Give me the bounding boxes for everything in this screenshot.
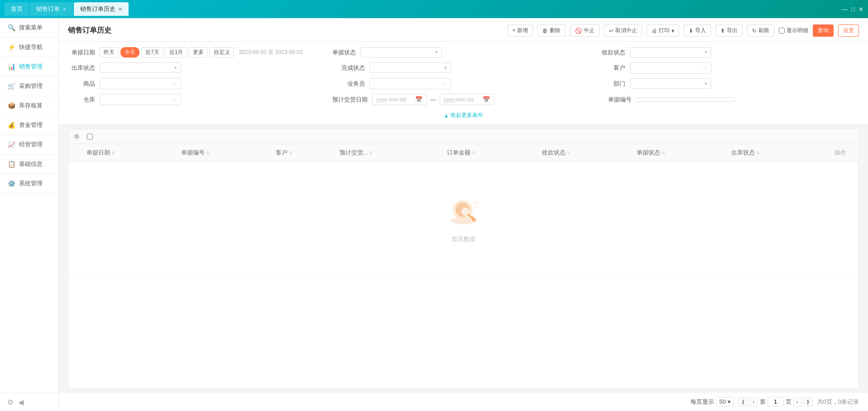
filter-row-date: 单据日期 昨天 今天 近7天 近1月 更多 自定义 2023-06-02 至 2… xyxy=(68,47,859,58)
delivery-date-start[interactable]: yyyy-mm-dd 📅 xyxy=(372,94,427,105)
th-delivery-date-sort-icon[interactable]: ⇅ xyxy=(369,150,373,155)
print-button[interactable]: 🖨 打印 ▾ xyxy=(647,24,679,37)
main-content: 销售订单历史 + 新增 🗑 删除 🚫 中止 ↩ 取消中止 🖨 打印 xyxy=(59,18,868,411)
salesman-dots-icon[interactable]: ··· xyxy=(442,80,447,87)
th-amount-sort-icon[interactable]: ⇅ xyxy=(472,150,475,155)
collapse-arrow-icon: ▲ xyxy=(444,113,449,118)
sidebar-item-inventory[interactable]: 📦 库存核算 xyxy=(0,96,58,116)
import-button[interactable]: ⬇ 导入 xyxy=(684,24,711,37)
delete-button[interactable]: 🗑 删除 xyxy=(537,24,566,37)
sidebar-item-search-menu[interactable]: 🔍 搜索菜单 xyxy=(0,18,58,38)
collapse-sidebar-icon[interactable]: ◀ xyxy=(18,398,24,406)
table-scroll: 单据日期 ⇅ 单据编号 ⇅ xyxy=(68,144,858,276)
minimize-button[interactable]: — xyxy=(842,6,848,13)
tab-sales-order-close[interactable]: ✕ xyxy=(62,6,67,12)
delivery-date-label: 预计交货日期 xyxy=(331,96,372,104)
th-payment-status[interactable]: 收款状态 ⇅ xyxy=(538,144,633,162)
search-button[interactable]: 查询 xyxy=(813,24,834,37)
page-prev-button[interactable]: ‹ xyxy=(750,397,758,406)
refresh-icon: ↻ xyxy=(752,28,757,34)
th-date-sort-icon[interactable]: ⇅ xyxy=(111,150,115,155)
dept-select[interactable]: ▾ xyxy=(630,78,711,89)
page-unit: 页 xyxy=(786,398,791,406)
warehouse-dots-icon[interactable]: ··· xyxy=(172,96,177,103)
sidebar-item-basic-info-label: 基础信息 xyxy=(19,160,43,168)
out-stock-arrow-icon: ▾ xyxy=(174,65,177,71)
payment-status-select[interactable]: ▾ xyxy=(630,47,711,58)
page-input[interactable] xyxy=(767,397,784,406)
tab-sales-order-history[interactable]: 销售订单历史 ✕ xyxy=(74,2,129,16)
th-amount[interactable]: 订单金额 ⇅ xyxy=(443,144,538,162)
date-btn-7days[interactable]: 近7天 xyxy=(141,47,163,58)
dept-label: 部门 xyxy=(607,80,630,88)
delivery-date-end[interactable]: yyyy-mm-dd 📅 xyxy=(440,94,494,105)
close-button[interactable]: ✕ xyxy=(858,6,863,13)
date-filter-control: 昨天 今天 近7天 近1月 更多 自定义 2023-06-02 至 2023-0… xyxy=(100,47,329,58)
sidebar-item-basic-info[interactable]: 📋 基础信息 xyxy=(0,155,58,174)
purchase-mgmt-icon: 🛒 xyxy=(7,82,15,90)
show-detail-input[interactable] xyxy=(779,28,785,34)
page-size-dropdown[interactable]: 50 ▾ xyxy=(716,397,734,406)
page-first-button[interactable]: ⟪ xyxy=(739,397,748,406)
order-status-arrow-icon: ▾ xyxy=(435,49,438,55)
export-button[interactable]: ⬆ 导出 xyxy=(715,24,743,37)
sidebar-item-operations[interactable]: 📈 经营管理 xyxy=(0,135,58,155)
operations-icon: 📈 xyxy=(7,141,15,148)
date-btn-today[interactable]: 今天 xyxy=(120,47,139,58)
th-delivery-date[interactable]: 预计交货... ⇅ xyxy=(336,144,444,162)
date-btn-1month[interactable]: 近1月 xyxy=(165,47,187,58)
tab-sales-order-history-close[interactable]: ✕ xyxy=(118,6,122,12)
print-label: 打印 xyxy=(659,27,670,34)
date-btn-yesterday[interactable]: 昨天 xyxy=(100,47,119,58)
th-payment-status-sort-icon[interactable]: ⇅ xyxy=(567,150,571,155)
show-detail-checkbox[interactable]: 显示明细 xyxy=(779,27,808,34)
th-no[interactable]: 单据编号 ⇅ xyxy=(177,144,272,162)
maximize-button[interactable]: □ xyxy=(851,6,855,13)
filter-area: 单据日期 昨天 今天 近7天 近1月 更多 自定义 2023-06-02 至 2… xyxy=(59,42,868,125)
complete-status-select[interactable]: ▾ xyxy=(369,63,451,73)
th-out-status[interactable]: 出库状态 ⇅ xyxy=(728,144,822,162)
page-nav: ⟪ ‹ 第 页 › ⟫ xyxy=(739,397,813,406)
tab-sales-order[interactable]: 销售订单 ✕ xyxy=(30,2,73,16)
th-customer[interactable]: 客户 ⇅ xyxy=(272,144,336,162)
out-stock-select[interactable]: ▾ xyxy=(100,63,181,73)
refresh-button[interactable]: ↻ 刷新 xyxy=(747,24,774,37)
goods-dots-icon[interactable]: ··· xyxy=(172,80,177,87)
th-checkbox xyxy=(68,144,83,162)
sidebar-item-quick-nav[interactable]: ⚡ 快捷导航 xyxy=(0,38,58,57)
page-next-button[interactable]: › xyxy=(793,397,801,406)
sidebar-item-sales-mgmt[interactable]: 📊 销售管理 xyxy=(0,57,58,77)
table-settings-icon[interactable]: ⚙ xyxy=(74,133,80,140)
page-last-button[interactable]: ⟫ xyxy=(803,397,813,406)
collapse-bar[interactable]: ▲ 收起更多条件 xyxy=(68,110,859,119)
import-icon: ⬇ xyxy=(689,28,693,34)
select-all-checkbox[interactable] xyxy=(87,134,93,140)
date-btn-more[interactable]: 更多 xyxy=(189,47,208,58)
sidebar-item-finance[interactable]: 💰 资金管理 xyxy=(0,116,58,135)
show-detail-label: 显示明细 xyxy=(786,27,808,34)
customer-dots-icon[interactable]: ··· xyxy=(703,64,708,71)
order-status-select[interactable]: ▾ xyxy=(360,47,442,58)
filter-row-status: 出库状态 ▾ 完成状态 ▾ 客户 xyxy=(68,62,859,73)
table-body: 暂无数据 xyxy=(68,162,858,276)
th-out-status-label: 出库状态 xyxy=(731,149,755,157)
th-order-status[interactable]: 单据状态 ⇅ xyxy=(633,144,728,162)
empty-illustration xyxy=(446,193,482,230)
th-order-status-sort-icon[interactable]: ⇅ xyxy=(662,150,665,155)
th-no-sort-icon[interactable]: ⇅ xyxy=(206,150,210,155)
sidebar-item-system-mgmt[interactable]: ⚙️ 系统管理 xyxy=(0,174,58,193)
search-menu-icon: 🔍 xyxy=(7,24,15,31)
settings-bottom-icon[interactable]: ⚙ xyxy=(7,398,14,406)
tab-bar: 首页 销售订单 ✕ 销售订单历史 ✕ xyxy=(5,2,842,16)
new-button[interactable]: + 新增 xyxy=(508,24,533,37)
th-customer-sort-icon[interactable]: ⇅ xyxy=(289,150,293,155)
th-out-status-sort-icon[interactable]: ⇅ xyxy=(756,150,760,155)
settings-button[interactable]: 设置 xyxy=(838,24,859,37)
sidebar-item-purchase-mgmt[interactable]: 🛒 采购管理 xyxy=(0,77,58,96)
cancel-stop-button[interactable]: ↩ 取消中止 xyxy=(604,24,642,37)
stop-button[interactable]: 🚫 中止 xyxy=(570,24,599,37)
tab-home[interactable]: 首页 xyxy=(5,2,29,16)
svg-line-7 xyxy=(473,201,475,203)
th-date[interactable]: 单据日期 ⇅ xyxy=(83,144,177,162)
date-btn-custom[interactable]: 自定义 xyxy=(210,47,234,58)
